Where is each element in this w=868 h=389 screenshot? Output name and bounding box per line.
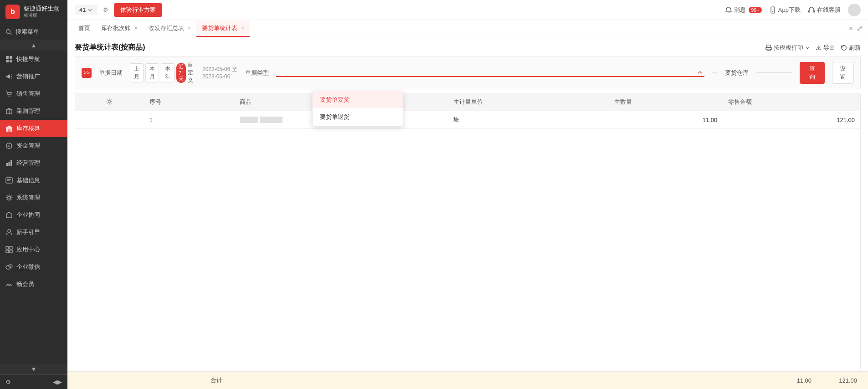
refresh-icon (841, 45, 847, 51)
print-icon (765, 45, 772, 51)
sidebar-item-system[interactable]: 系统管理 (0, 189, 67, 206)
dropdown-item-purchase-label: 要货单要货 (320, 96, 349, 103)
search-menu[interactable]: 搜索菜单 (0, 24, 67, 40)
tab-home[interactable]: 首页 (73, 20, 96, 37)
svg-rect-20 (10, 160, 12, 166)
sidebar-item-marketing[interactable]: 营销推广 (0, 68, 67, 85)
date-btn-this-year[interactable]: 本年 (161, 63, 175, 82)
dropdown-item-return[interactable]: 要货单退货 (313, 108, 403, 126)
settings-icon[interactable]: ⚙ (5, 379, 11, 385)
chart-icon (5, 159, 13, 167)
tab-receive-summary[interactable]: 收发存汇总表 × (143, 20, 196, 37)
footer-amount: 121.00 (817, 377, 863, 384)
dropdown-item-return-label: 要货单退货 (320, 113, 349, 120)
date-recent-label: 近7天 (179, 64, 184, 82)
dropdown-item-purchase[interactable]: 要货单要货 (313, 91, 403, 108)
sidebar-item-finance[interactable]: ¥ 资金管理 (0, 137, 67, 154)
sidebar-item-operations[interactable]: 经营管理 (0, 154, 67, 172)
sidebar-item-inventory[interactable]: 库存核算 (0, 120, 67, 137)
online-service-action[interactable]: 在线客服 (808, 6, 841, 14)
filter-type-select[interactable] (276, 69, 704, 77)
filter-type-chevron-up-icon (697, 70, 703, 75)
headset-icon (808, 6, 815, 14)
sidebar-label-app-center: 应用中心 (16, 246, 40, 254)
date-custom-btn[interactable]: 自定义 (188, 61, 193, 84)
query-button[interactable]: 查询 (800, 62, 824, 84)
company-selector[interactable]: 41 (75, 5, 98, 15)
filter-more-btn[interactable]: ··· (712, 69, 718, 77)
sidebar-item-sales[interactable]: 销售管理 (0, 85, 67, 102)
sidebar-label-system: 系统管理 (16, 194, 40, 202)
sidebar-bottom: ⚙ ◀▶ (0, 374, 67, 389)
user-avatar[interactable] (848, 4, 861, 16)
row-amount-cell: 121.00 (723, 111, 860, 129)
logo-title: 畅捷通好生意 (24, 5, 59, 13)
col-settings[interactable] (75, 93, 144, 111)
svg-rect-27 (10, 246, 12, 249)
print-action[interactable]: 按模板打印 (765, 44, 810, 52)
date-recent-badge[interactable]: 近7天 (176, 63, 186, 83)
money-icon: ¥ (5, 142, 13, 149)
page-content: 要货单统计表(按商品) 按模板打印 (67, 37, 868, 389)
svg-rect-35 (813, 10, 815, 12)
tab-receive-summary-close[interactable]: × (188, 25, 191, 31)
svg-point-11 (10, 96, 11, 97)
filter-expand-btn[interactable]: >> (82, 68, 92, 78)
sidebar-item-member[interactable]: 畅会员 (0, 276, 67, 293)
svg-rect-37 (767, 49, 770, 51)
app-icon (5, 246, 13, 253)
svg-rect-2 (6, 56, 9, 59)
warehouse-select[interactable] (756, 72, 792, 73)
sidebar-item-app-center[interactable]: 应用中心 (0, 241, 67, 258)
search-icon (5, 29, 12, 35)
sidebar-item-basic-info[interactable]: 基础信息 (0, 172, 67, 189)
tab-fullscreen-icon[interactable]: ⤢ (857, 24, 863, 33)
footer-qty: 11.00 (771, 377, 817, 384)
svg-rect-21 (6, 178, 12, 183)
sidebar-item-quick-nav[interactable]: 快捷导航 (0, 51, 67, 68)
refresh-action[interactable]: 刷新 (841, 44, 861, 52)
tab-home-label: 首页 (78, 24, 90, 32)
svg-point-10 (8, 96, 9, 97)
col-amount-header: 零售金额 (723, 93, 860, 111)
collapse-icon[interactable]: ◀▶ (53, 379, 62, 385)
messages-badge: 99+ (749, 7, 762, 13)
sidebar-label-marketing: 营销推广 (16, 72, 40, 81)
row-index-cell: 1 (144, 111, 235, 129)
filter-date-range: 2023-05-06 至 2023-06-06 (202, 66, 238, 80)
sidebar-label-wechat: 企业微信 (16, 263, 40, 271)
date-btn-last-month[interactable]: 上月 (130, 63, 144, 82)
sidebar-item-guide[interactable]: 新手引导 (0, 224, 67, 241)
sidebar-item-purchase[interactable]: 采购管理 (0, 102, 67, 120)
export-icon (815, 45, 822, 51)
messages-label: 消息 (734, 6, 746, 14)
set-button[interactable]: 设置 (832, 62, 854, 84)
tab-order-stats-label: 要货单统计表 (202, 24, 237, 32)
export-action[interactable]: 导出 (815, 44, 835, 52)
tabs-bar: 首页 库存批次账 × 收发存汇总表 × 要货单统计表 × × ⤢ (67, 20, 868, 37)
tab-order-stats[interactable]: 要货单统计表 × (196, 20, 250, 37)
sidebar-label-enterprise: 企业协同 (16, 211, 40, 219)
col-product-label: 商品 (240, 98, 252, 105)
scroll-up[interactable]: ▲ (0, 40, 67, 51)
tab-order-stats-close[interactable]: × (241, 25, 244, 31)
header-settings-icon[interactable]: ⚙ (103, 6, 108, 13)
logo-sub: 标准版 (24, 12, 59, 19)
system-icon (5, 194, 13, 201)
member-icon (5, 281, 13, 288)
tab-inventory-batch-close[interactable]: × (134, 25, 138, 31)
sidebar-item-wechat[interactable]: 企业微信 (0, 258, 67, 276)
sidebar-label-finance: 资金管理 (16, 142, 40, 150)
sidebar-item-enterprise[interactable]: 企业协同 (0, 206, 67, 224)
header-left: 41 ⚙ 体验行业方案 (75, 3, 162, 17)
tab-inventory-batch[interactable]: 库存批次账 × (96, 20, 143, 37)
tab-expand-icon[interactable]: × (849, 25, 853, 33)
company-selector-text: 41 (79, 6, 86, 13)
app-download-action[interactable]: App下载 (769, 6, 801, 14)
messages-action[interactable]: 消息 99+ (725, 6, 762, 14)
trial-button[interactable]: 体验行业方案 (114, 3, 162, 17)
date-btn-this-month[interactable]: 本月 (145, 63, 159, 82)
row-unit-cell: 块 (448, 111, 609, 129)
scroll-down[interactable]: ▼ (0, 364, 67, 374)
print-label: 按模板打印 (774, 44, 803, 52)
